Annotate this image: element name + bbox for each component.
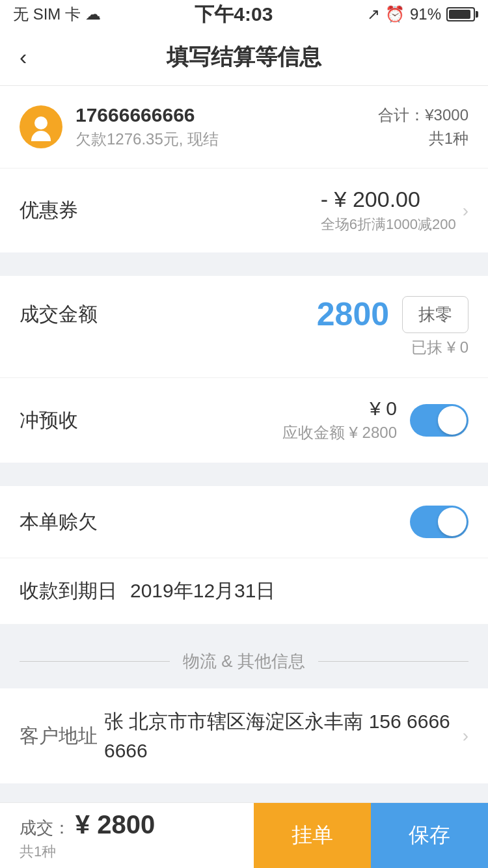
bottom-amount: ¥ 2800 [75,810,155,839]
credit-toggle[interactable] [410,506,468,538]
duedate-value: 2019年12月31日 [130,578,275,604]
clock-icon: ⏰ [385,5,405,23]
user-row: 17666666666 欠款1276.35元, 现结 合计：¥3000 共1种 [0,86,488,168]
section-divider-1 [0,263,488,276]
sep-line-left [20,661,170,662]
prereceive-section: 冲预收 ¥ 0 应收金额 ¥ 2800 [0,377,488,463]
status-left: 无 SIM 卡 ☁ [13,4,101,25]
hang-button[interactable]: 挂单 [254,803,371,868]
credit-card: 本单赊欠 收款到期日 2019年12月31日 [0,486,488,624]
address-card: 客户地址 张 北京市市辖区海淀区永丰南 156 6666 6666 › [0,688,488,783]
duedate-section: 收款到期日 2019年12月31日 [0,558,488,624]
battery-fill [449,10,470,19]
bottom-bar-content: 成交： ¥ 2800 共1种 挂单 保存 [0,803,488,868]
prereceive-toggle[interactable] [410,404,468,437]
address-chevron-icon: › [463,726,468,746]
coupon-label: 优惠券 [20,197,78,224]
bottom-info: 成交： ¥ 2800 共1种 [0,803,254,868]
toggle-knob [438,406,467,435]
user-info-card: 17666666666 欠款1276.35元, 现结 合计：¥3000 共1种 … [0,86,488,252]
user-subtext: 欠款1276.35元, 现结 [75,129,219,150]
logistics-separator: 物流 & 其他信息 [0,634,488,688]
prereceive-amount: ¥ 0 应收金额 ¥ 2800 [282,398,397,443]
coupon-info: - ¥ 200.00 全场6折满1000减200 [321,187,456,234]
battery-percent: 91% [410,5,441,23]
amount-row: 成交金额 2800 抹零 [20,295,468,333]
prereceive-right: ¥ 0 应收金额 ¥ 2800 [282,398,468,443]
bottom-bar: 成交： ¥ 2800 共1种 挂单 保存 [0,802,488,868]
section-divider-2 [0,473,488,486]
logistics-sep-text: 物流 & 其他信息 [183,650,305,673]
status-bar: 无 SIM 卡 ☁ 下午4:03 ↗ ⏰ 91% [0,0,488,29]
duedate-label: 收款到期日 [20,578,117,604]
status-time: 下午4:03 [195,1,273,28]
coupon-desc: 全场6折满1000减200 [321,215,456,234]
avatar-head [34,116,47,129]
coupon-row[interactable]: 优惠券 - ¥ 200.00 全场6折满1000减200 › [0,168,488,252]
prereceive-value: ¥ 0 [282,398,397,420]
back-button[interactable]: ‹ [20,44,27,70]
signal-icon: ↗ [367,5,380,23]
sim-text: 无 SIM 卡 ☁ [13,4,101,25]
total-amount: 合计：¥3000 [378,105,468,126]
round-button[interactable]: 抹零 [402,296,468,333]
avatar-person [28,114,54,140]
address-label: 客户地址 [20,723,104,750]
amount-card: 成交金额 2800 抹零 已抹 ¥ 0 冲预收 ¥ 0 应收金额 ¥ 2800 [0,276,488,463]
prereceive-row: 冲预收 ¥ 0 应收金额 ¥ 2800 [20,398,468,443]
save-button[interactable]: 保存 [371,803,488,868]
user-details: 17666666666 欠款1276.35元, 现结 [75,104,219,150]
prereceive-label: 冲预收 [20,407,78,434]
sep-line-right [318,661,468,662]
bottom-deal-label: 成交： [20,818,70,837]
nav-bar: ‹ 填写结算等信息 [0,29,488,86]
page-title: 填写结算等信息 [167,42,321,72]
status-right: ↗ ⏰ 91% [367,5,475,23]
bottom-deal-row: 成交： ¥ 2800 [20,810,234,839]
avatar [20,105,62,148]
amount-value: 2800 [317,295,389,333]
bottom-count: 共1种 [20,842,234,861]
user-right: 合计：¥3000 共1种 [378,105,468,149]
address-section: 客户地址 张 北京市市辖区海淀区永丰南 156 6666 6666 › [0,688,488,783]
battery-icon [446,7,475,21]
coupon-right: - ¥ 200.00 全场6折满1000减200 › [321,187,468,234]
content-area: 17666666666 欠款1276.35元, 现结 合计：¥3000 共1种 … [0,86,488,868]
credit-section: 本单赊欠 [0,486,488,558]
amount-section: 成交金额 2800 抹零 已抹 ¥ 0 [0,276,488,377]
amount-sub: 已抹 ¥ 0 [20,337,468,358]
coupon-discount: - ¥ 200.00 [321,187,456,212]
credit-label: 本单赊欠 [20,509,98,536]
address-value: 张 北京市市辖区海淀区永丰南 156 6666 6666 [104,707,463,765]
prereceive-sub: 应收金额 ¥ 2800 [282,422,397,443]
avatar-body [31,131,51,141]
credit-row: 本单赊欠 [20,506,468,538]
coupon-chevron-icon: › [463,200,468,221]
amount-label: 成交金额 [20,301,98,328]
amount-right: 2800 抹零 [317,295,468,333]
duedate-row: 收款到期日 2019年12月31日 [20,578,468,604]
total-count: 共1种 [378,128,468,149]
credit-toggle-knob [438,508,467,536]
user-phone: 17666666666 [75,104,219,126]
address-row[interactable]: 客户地址 张 北京市市辖区海淀区永丰南 156 6666 6666 › [20,707,468,765]
user-left: 17666666666 欠款1276.35元, 现结 [20,104,219,150]
